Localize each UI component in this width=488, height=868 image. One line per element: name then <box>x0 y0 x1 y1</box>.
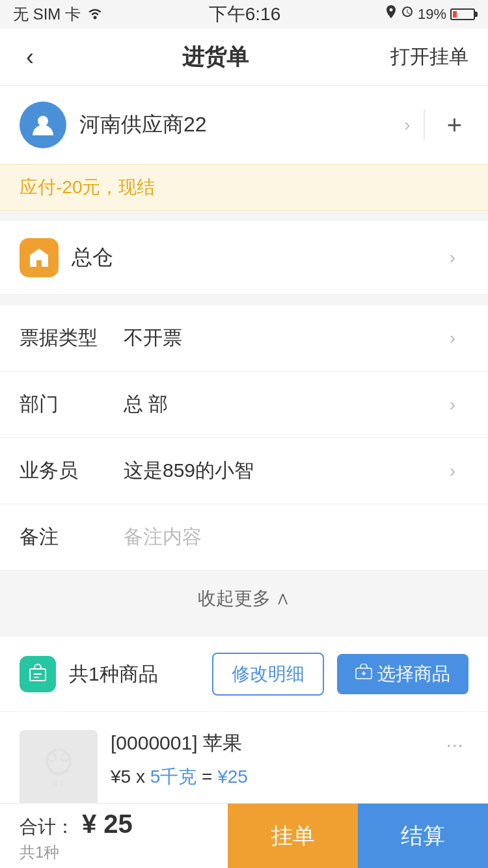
svg-point-0 <box>94 16 97 20</box>
carrier-text: 无 SIM 卡 <box>13 4 81 25</box>
footer-total-amount: ¥ 25 <box>82 809 133 839</box>
edit-detail-button[interactable]: 修改明细 <box>212 653 324 696</box>
department-label: 部门 <box>20 391 111 418</box>
invoice-type-label: 票据类型 <box>20 325 111 351</box>
alarm-icon <box>401 6 414 23</box>
warehouse-section: 总仓 › <box>0 221 488 295</box>
salesperson-value: 这是859的小智 <box>111 457 450 484</box>
status-bar: 无 SIM 卡 下午6:16 19% <box>0 0 488 29</box>
payment-notice: 应付-20元，现结 <box>0 164 488 211</box>
pay-button[interactable]: 结算 <box>358 804 488 868</box>
select-product-button[interactable]: 选择商品 <box>337 654 468 694</box>
hang-order-button[interactable]: 挂单 <box>228 804 358 868</box>
add-button[interactable]: + <box>441 108 468 142</box>
product-quantity: 5千克 <box>150 766 197 787</box>
open-hang-button[interactable]: 打开挂单 <box>390 44 468 70</box>
product-thumbnail: 督十 <box>20 730 98 808</box>
section-divider-3 <box>0 627 488 637</box>
product-header: 共1种商品 修改明细 选择商品 <box>0 637 488 712</box>
supplier-avatar <box>20 102 66 148</box>
product-info: [0000001] 苹果 ¥5 x 5千克 = ¥25 <box>111 730 427 789</box>
invoice-type-row[interactable]: 票据类型 不开票 › <box>0 305 488 372</box>
remark-label: 备注 <box>20 524 111 550</box>
status-carrier: 无 SIM 卡 <box>13 4 104 25</box>
supplier-name: 河南供应商22 <box>79 111 404 139</box>
salesperson-label: 业务员 <box>20 457 111 484</box>
battery-text: 19% <box>418 6 446 23</box>
select-product-icon <box>355 664 372 685</box>
product-unit-price: ¥5 <box>111 766 131 787</box>
warehouse-chevron-icon: › <box>450 247 455 268</box>
product-title: 苹果 <box>203 732 242 753</box>
warehouse-name: 总仓 <box>72 243 450 272</box>
svg-text:督十: 督十 <box>52 780 65 787</box>
product-name: [0000001] 苹果 <box>111 730 427 757</box>
form-section: 票据类型 不开票 › 部门 总 部 › 业务员 这是859的小智 › 备注 备注… <box>0 305 488 571</box>
footer: 合计： ¥ 25 共1种 挂单 结算 <box>0 803 488 868</box>
svg-point-1 <box>38 116 48 126</box>
warehouse-icon <box>20 238 59 277</box>
footer-sub-text: 共1种 <box>20 842 208 863</box>
nav-bar: ‹ 进货单 打开挂单 <box>0 29 488 86</box>
products-section: 共1种商品 修改明细 选择商品 <box>0 637 488 827</box>
product-price: ¥5 x 5千克 = ¥25 <box>111 765 427 789</box>
back-button[interactable]: ‹ <box>20 37 40 77</box>
footer-total: 合计： ¥ 25 共1种 <box>0 804 228 868</box>
svg-point-9 <box>48 753 56 761</box>
main-content: 河南供应商22 › + 应付-20元，现结 总仓 › 票据类型 不开票 › <box>0 86 488 868</box>
department-row[interactable]: 部门 总 部 › <box>0 372 488 438</box>
svg-point-10 <box>61 753 69 761</box>
salesperson-chevron-icon: › <box>450 461 455 481</box>
location-icon <box>385 5 397 23</box>
chevron-right-icon: › <box>404 115 410 135</box>
divider <box>424 109 425 141</box>
supplier-section: 河南供应商22 › + 应付-20元，现结 <box>0 86 488 211</box>
supplier-row[interactable]: 河南供应商22 › + <box>0 86 488 164</box>
product-multiply: x <box>136 766 150 787</box>
product-equals: = <box>202 766 217 787</box>
product-count-icon <box>20 656 56 692</box>
status-time: 下午6:16 <box>209 2 281 27</box>
status-right: 19% <box>385 5 475 23</box>
invoice-chevron-icon: › <box>450 328 455 349</box>
remark-row[interactable]: 备注 备注内容 <box>0 504 488 571</box>
footer-total-label: 合计： <box>20 815 74 839</box>
collapse-button[interactable]: 收起更多 ∧ <box>0 571 488 627</box>
invoice-type-value: 不开票 <box>111 325 450 351</box>
battery-icon <box>450 8 475 20</box>
product-more-button[interactable]: ··· <box>441 730 468 759</box>
product-thumb-icon: 督十 <box>36 743 81 795</box>
section-divider <box>0 211 488 221</box>
product-count-text: 共1种商品 <box>69 661 199 688</box>
remark-placeholder[interactable]: 备注内容 <box>111 524 468 550</box>
department-chevron-icon: › <box>450 394 455 415</box>
section-divider-2 <box>0 295 488 305</box>
select-product-label: 选择商品 <box>377 662 450 686</box>
wifi-icon <box>86 5 104 23</box>
salesperson-row[interactable]: 业务员 这是859的小智 › <box>0 438 488 504</box>
page-title: 进货单 <box>182 42 249 72</box>
footer-total-line: 合计： ¥ 25 <box>20 809 208 839</box>
product-code: [0000001] <box>111 732 197 753</box>
department-value: 总 部 <box>111 391 450 418</box>
warehouse-row[interactable]: 总仓 › <box>0 221 488 295</box>
product-total: ¥25 <box>217 766 248 787</box>
